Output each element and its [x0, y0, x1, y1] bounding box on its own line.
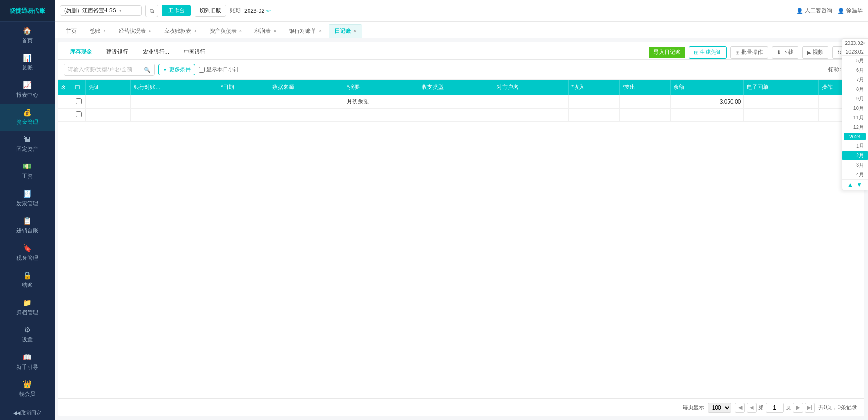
- cal-month-current-3月[interactable]: 3月: [842, 160, 868, 170]
- cal-month-10月[interactable]: 10月: [842, 104, 868, 113]
- show-today-checkbox[interactable]: 显示本日小计: [199, 66, 239, 74]
- sub-tab-boc[interactable]: 中国银行: [177, 45, 212, 59]
- table-row: 月初余额3,050.00: [58, 95, 864, 109]
- col-header-settings: ⚙: [58, 80, 72, 95]
- cell-expense-1: [619, 109, 670, 122]
- cal-prev-months: 5月6月7月8月9月10月11月12月: [842, 56, 868, 132]
- row-num-0: [58, 95, 72, 109]
- last-page-button[interactable]: ▶|: [805, 403, 815, 413]
- cal-current-period: 2023.02: [846, 49, 864, 54]
- video-icon: ▶: [807, 49, 811, 56]
- period-edit-icon[interactable]: ✏: [266, 8, 271, 14]
- next-page-button[interactable]: ▶: [793, 403, 803, 413]
- tab-close-receivable[interactable]: ×: [194, 29, 197, 34]
- prev-page-button[interactable]: ◀: [747, 403, 757, 413]
- period-value: 2023-02 ✏: [244, 8, 271, 14]
- cal-month-current-2月[interactable]: 2月: [842, 151, 868, 160]
- batch-operation-button[interactable]: ⊞ 批量操作: [730, 46, 768, 59]
- sidebar-item-sales[interactable]: 📋进销台账: [0, 212, 55, 239]
- sidebar-label-report: 报表中心: [16, 91, 38, 99]
- import-journal-button[interactable]: 导入日记账: [649, 47, 685, 58]
- cal-month-5月[interactable]: 5月: [842, 56, 868, 65]
- generate-voucher-button[interactable]: ⊞ 生成凭证: [689, 46, 727, 59]
- cal-nav-up[interactable]: ▲: [848, 182, 853, 188]
- more-filter-button[interactable]: ▼ 更多条件: [158, 64, 195, 75]
- avatar-icon: 👤: [838, 8, 844, 14]
- cal-month-current-4月[interactable]: 4月: [842, 170, 868, 179]
- cal-month-9月[interactable]: 9月: [842, 94, 868, 104]
- sidebar-item-salary[interactable]: 💵工资: [0, 158, 55, 185]
- show-today-input[interactable]: [199, 67, 205, 73]
- col-header-bank_account: 银行对账...: [131, 80, 218, 95]
- sidebar-item-invoice[interactable]: 🧾发票管理: [0, 185, 55, 212]
- sidebar-item-member[interactable]: 👑畅会员: [0, 376, 55, 403]
- tab-close-bizstatus[interactable]: ×: [149, 29, 151, 34]
- sub-tab-cash[interactable]: 库存现金: [64, 45, 98, 59]
- cal-nav-down[interactable]: ▼: [857, 182, 862, 188]
- search-input-container[interactable]: 请输入摘要/类型/户名/全额 🔍: [64, 64, 155, 76]
- cal-month-12月[interactable]: 12月: [842, 123, 868, 132]
- sub-tab-abc[interactable]: 农业银行...: [136, 45, 175, 59]
- tab-assets[interactable]: 资产负债表×: [204, 24, 248, 38]
- cal-month-11月[interactable]: 11月: [842, 113, 868, 123]
- tab-close-assets[interactable]: ×: [239, 29, 242, 34]
- sidebar-item-home[interactable]: 🏠首页: [0, 22, 55, 49]
- sidebar-item-assets[interactable]: 🏗固定资产: [0, 131, 55, 158]
- switch-version-button[interactable]: 切到旧版: [195, 5, 226, 17]
- sidebar-item-ledger[interactable]: 📊总账: [0, 49, 55, 76]
- journal-table: ⚙☐凭证银行对账...*日期数据来源*摘要收支类型对方户名*收入*支出余额电子回…: [58, 80, 864, 122]
- toolbar-actions: 导入日记账 ⊞ 生成凭证 ⊞ 批量操作 ⬇ 下载: [649, 46, 859, 59]
- topbar-right: 👤 人工客咨询 👤 徐温华: [796, 7, 863, 15]
- sidebar-label-finance: 资金管理: [16, 119, 38, 126]
- tab-receivable[interactable]: 应收账款表×: [158, 24, 203, 38]
- search-placeholder: 请输入摘要/类型/户名/全额: [68, 66, 132, 74]
- page-input[interactable]: [766, 403, 784, 413]
- cell-balance-1: [671, 109, 744, 122]
- tab-ledger[interactable]: 总账×: [84, 24, 112, 38]
- tab-label-home: 首页: [66, 27, 77, 35]
- tab-bizstatus[interactable]: 经营状况表×: [113, 24, 157, 38]
- cal-month-7月[interactable]: 7月: [842, 75, 868, 84]
- cal-month-current-1月[interactable]: 1月: [842, 141, 868, 151]
- cell-e_receipt-1: [744, 109, 819, 122]
- sidebar-item-report[interactable]: 📈报表中心: [0, 76, 55, 104]
- tab-label-assets: 资产负债表: [210, 27, 237, 35]
- download-button[interactable]: ⬇ 下载: [772, 46, 798, 59]
- sidebar-item-finance[interactable]: 💰资金管理: [0, 104, 55, 131]
- cal-month-8月[interactable]: 8月: [842, 84, 868, 94]
- total-records-label: 共0页，0条记录: [818, 404, 857, 411]
- workbench-button[interactable]: 工作台: [162, 5, 191, 16]
- sidebar-item-guide[interactable]: 📖新手引导: [0, 348, 55, 376]
- copy-button[interactable]: ⧉: [145, 5, 158, 17]
- support-link[interactable]: 👤 人工客咨询: [796, 7, 832, 15]
- tab-close-bankrole[interactable]: ×: [319, 29, 322, 34]
- row-check-0[interactable]: [72, 95, 85, 109]
- user-info[interactable]: 👤 徐温华: [838, 7, 863, 15]
- search-icon[interactable]: 🔍: [144, 67, 150, 73]
- cell-expense-0: [619, 95, 670, 109]
- sidebar-collapse-btn[interactable]: ◀◀ 取消固定: [0, 406, 55, 420]
- cal-nav: ▲ ▼: [842, 179, 868, 190]
- sub-tab-ccb[interactable]: 建设银行: [100, 45, 135, 59]
- tab-close-ledger[interactable]: ×: [103, 29, 106, 34]
- cell-date-1: [218, 109, 269, 122]
- tab-journal[interactable]: 日记账×: [329, 24, 362, 38]
- row-check-1[interactable]: [72, 109, 85, 122]
- tab-close-journal[interactable]: ×: [354, 29, 356, 34]
- first-page-button[interactable]: |◀: [735, 403, 745, 413]
- sidebar-item-archive[interactable]: 📁归档管理: [0, 294, 55, 321]
- cell-bank_account-0: [131, 95, 218, 109]
- sidebar-item-close[interactable]: 🔒结账: [0, 267, 55, 294]
- tab-close-profit[interactable]: ×: [274, 29, 276, 34]
- company-select[interactable]: (勿删）江西裕宝-LSS ▼: [60, 5, 142, 16]
- video-button[interactable]: ▶ 视频: [802, 46, 828, 59]
- tab-home[interactable]: 首页: [60, 24, 83, 38]
- tab-profit[interactable]: 利润表×: [249, 24, 282, 38]
- sidebar-item-tax[interactable]: 🔖税务管理: [0, 239, 55, 267]
- cal-month-6月[interactable]: 6月: [842, 65, 868, 75]
- calendar-close-button[interactable]: ×: [863, 40, 866, 47]
- sidebar-item-settings[interactable]: ⚙设置: [0, 321, 55, 348]
- page-size-select[interactable]: 100 50 200: [708, 403, 731, 413]
- page-suffix: 页: [786, 404, 791, 411]
- tab-bankrole[interactable]: 银行对账单×: [283, 24, 328, 38]
